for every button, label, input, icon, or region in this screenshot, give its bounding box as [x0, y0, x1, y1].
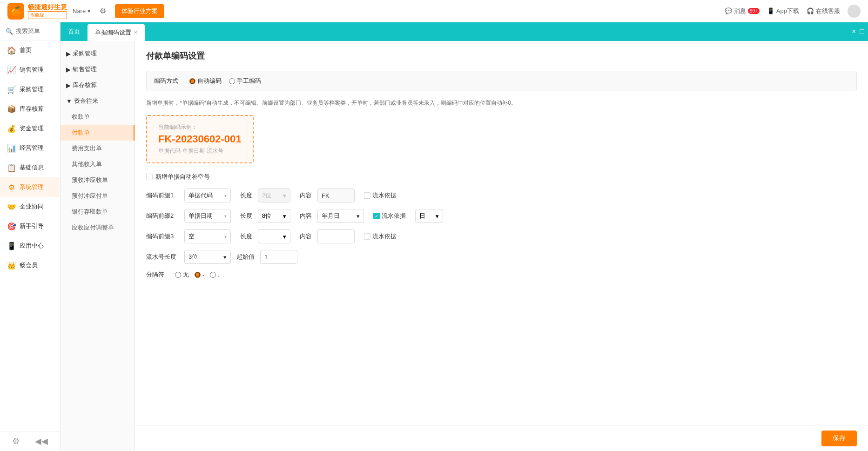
app-download-item[interactable]: 📱 App下载	[767, 7, 799, 15]
sub-group-purchase-title[interactable]: ▶ 采购管理	[61, 46, 135, 61]
sub-group-inventory-title[interactable]: ▶ 库存核算	[61, 77, 135, 93]
sidebar-item-system[interactable]: ⚙ 系统管理	[0, 177, 60, 197]
sep-dot-option[interactable]: .	[210, 271, 220, 278]
sidebar-collapse-button[interactable]: ◀◀	[35, 436, 48, 446]
apps-icon: 📱	[7, 242, 16, 250]
sidebar-settings-button[interactable]: ⚙	[12, 436, 20, 446]
prefix3-waterflow-checkbox[interactable]	[364, 233, 370, 240]
prefix1-length-select[interactable]: 2位 ▾	[258, 188, 290, 202]
sub-group-sales: ▶ 销售管理	[61, 61, 135, 77]
sub-sidebar: ▶ 采购管理 ▶ 销售管理 ▶ 库存核算	[61, 41, 135, 451]
auto-code-radio[interactable]	[189, 78, 195, 84]
save-button[interactable]: 保存	[821, 431, 857, 446]
sidebar-item-home[interactable]: 🏠 首页	[0, 40, 60, 60]
sub-item-payment[interactable]: 付款单	[61, 125, 135, 141]
sidebar-item-finance[interactable]: 💰 资金管理	[0, 119, 60, 138]
sidebar-item-operations[interactable]: 📊 经营管理	[0, 138, 60, 158]
prefix1-select[interactable]: 单据代码 ▾	[184, 188, 231, 202]
prefix3-waterflow[interactable]: 流水依据	[364, 232, 397, 241]
sub-item-prepay-pay[interactable]: 预付冲应付单	[61, 188, 135, 204]
logo-icon: 🍊	[7, 3, 24, 20]
sidebar-item-inventory[interactable]: 📦 库存核算	[0, 99, 60, 119]
sep-none-option[interactable]: 无	[175, 270, 189, 279]
sidebar-item-purchase[interactable]: 🛒 采购管理	[0, 80, 60, 99]
prefix1-waterflow-checkbox[interactable]	[364, 192, 370, 199]
maximize-icon[interactable]: □	[860, 27, 864, 36]
sub-item-expense[interactable]: 费用支出单	[61, 141, 135, 156]
search-menu[interactable]: 🔍 搜索菜单	[0, 22, 60, 40]
sub-group-capital: ▼ 资金往来 收款单 付款单 费用支出单 其他收入单 预收冲应收单 预付冲应付单…	[61, 93, 135, 236]
sep-dot-label: .	[218, 271, 220, 278]
tab-home-label: 首页	[68, 27, 80, 36]
prefix2-content-select[interactable]: 年月日 ▾	[317, 209, 364, 223]
prefix3-row: 编码前缀3 空 ▾ 长度 ▾ 内容	[146, 229, 857, 243]
prefix3-content-input[interactable]	[317, 229, 355, 243]
sep-none-radio[interactable]	[175, 272, 181, 278]
experience-button[interactable]: 体验行业方案	[115, 4, 164, 18]
sep-dash-option[interactable]: -	[195, 271, 204, 278]
prefix2-select[interactable]: 单据日期 ▾	[184, 209, 231, 223]
sub-group-capital-title[interactable]: ▼ 资金往来	[61, 93, 135, 109]
message-item[interactable]: 💬 消息 99+	[725, 7, 760, 15]
sidebar-item-guide[interactable]: 🎯 新手引导	[0, 216, 60, 236]
sub-item-bank-deposit[interactable]: 银行存取款单	[61, 204, 135, 220]
sidebar-label-system: 系统管理	[20, 183, 44, 191]
tab-encoding-settings[interactable]: 单据编码设置 ×	[87, 24, 145, 41]
prefix1-label: 编码前缀1	[146, 191, 179, 200]
prefix3-length-select[interactable]: ▾	[258, 229, 290, 243]
sep-dash-radio[interactable]	[195, 272, 201, 278]
prefix2-period-select[interactable]: 日 ▾	[415, 209, 443, 223]
prefix2-arrow: ▾	[224, 214, 227, 219]
auto-code-option[interactable]: 自动编码	[189, 77, 222, 85]
auto-fill-row: 新增单据自动补空号	[146, 173, 857, 181]
member-icon: 👑	[7, 261, 16, 269]
search-label: 搜索菜单	[16, 27, 40, 35]
sep-dot-radio[interactable]	[210, 272, 216, 278]
prefix2-length-label: 长度	[240, 212, 252, 220]
sidebar-item-basic[interactable]: 📋 基础信息	[0, 158, 60, 177]
sidebar-item-member[interactable]: 👑 畅会员	[0, 256, 60, 275]
auto-code-label: 自动编码	[197, 77, 222, 85]
prefix1-value: 单据代码	[188, 191, 213, 200]
prefix1-waterflow-label: 流水依据	[372, 191, 397, 200]
serial-length-select[interactable]: 3位 ▾	[184, 250, 231, 264]
logo-main: 畅捷通好生意	[28, 3, 67, 11]
prefix2-waterflow[interactable]: ✓ 流水依据	[373, 212, 406, 220]
manual-code-option[interactable]: 手工编码	[229, 77, 261, 85]
home-icon: 🏠	[7, 46, 16, 54]
settings-button[interactable]: ⚙	[96, 5, 109, 18]
minimize-icon[interactable]: ×	[852, 27, 856, 36]
prefix2-length-select[interactable]: 8位 ▾	[258, 209, 290, 223]
avatar[interactable]	[848, 5, 861, 18]
auto-fill-checkbox[interactable]	[146, 174, 153, 180]
online-service-item[interactable]: 🎧 在线客服	[807, 7, 840, 15]
prefix2-value: 单据日期	[188, 212, 213, 220]
prefix1-length-value: 2位	[262, 191, 271, 200]
prefix2-waterflow-checkbox[interactable]: ✓	[373, 213, 380, 219]
start-value-input[interactable]	[260, 250, 297, 264]
sidebar-item-apps[interactable]: 📱 应用中心	[0, 236, 60, 256]
nav-dropdown[interactable]: Nare ▾	[73, 7, 91, 14]
sidebar-label-home: 首页	[20, 46, 32, 54]
sub-item-adjust[interactable]: 应收应付调整单	[61, 220, 135, 236]
sub-item-receipt[interactable]: 收款单	[61, 109, 135, 125]
prefix1-waterflow[interactable]: 流水依据	[364, 191, 397, 200]
prefix1-row: 编码前缀1 单据代码 ▾ 长度 2位 ▾ 内容	[146, 188, 857, 202]
tab-close-icon[interactable]: ×	[134, 29, 137, 36]
sidebar-label-basic: 基础信息	[20, 163, 44, 172]
prefix3-select[interactable]: 空 ▾	[184, 229, 231, 243]
manual-code-radio[interactable]	[229, 78, 235, 84]
chevron-down-icon: ▾	[87, 7, 91, 14]
app-download-label: App下载	[776, 7, 799, 15]
sub-item-other-income[interactable]: 其他收入单	[61, 156, 135, 172]
prefix1-content-input[interactable]	[317, 188, 355, 202]
sub-item-prepay-receive[interactable]: 预收冲应收单	[61, 172, 135, 188]
tab-home[interactable]: 首页	[61, 22, 87, 41]
serial-row: 流水号长度 3位 ▾ 起始值	[146, 250, 857, 264]
sidebar-item-sales[interactable]: 📈 销售管理	[0, 60, 60, 80]
message-badge: 99+	[748, 8, 760, 14]
page-content: 付款单编码设置 编码方式 自动编码 手工编码	[135, 41, 868, 425]
sub-group-sales-title[interactable]: ▶ 销售管理	[61, 61, 135, 77]
sidebar-item-coop[interactable]: 🤝 企业协同	[0, 197, 60, 216]
chevron-right-icon: ▶	[66, 50, 71, 57]
